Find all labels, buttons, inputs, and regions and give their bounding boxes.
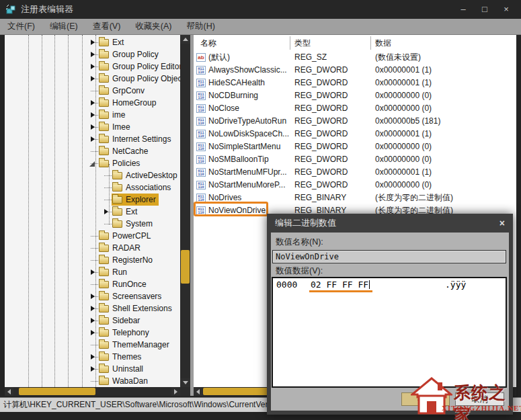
folder-icon [99,378,109,385]
scroll-left-button[interactable] [194,387,202,396]
expand-arrow-icon[interactable] [91,40,95,45]
expand-arrow-icon[interactable] [91,112,95,118]
tree-item-activedesktop[interactable]: ActiveDesktop [5,169,180,181]
binary-value-icon [196,66,206,75]
value-row[interactable]: NoStartMenuMoreP...REG_DWORD0x00000000 (… [194,179,516,192]
tree-item-thememanager[interactable]: ThemeManager [5,339,180,351]
collapse-arrow-icon[interactable] [89,161,95,167]
column-header-type[interactable]: 类型 [294,35,311,51]
value-row[interactable]: HideSCAHealthREG_DWORD0x00000001 (1) [194,77,516,89]
tree-item-homegroup[interactable]: HomeGroup [5,97,180,109]
expand-arrow-icon[interactable] [91,366,95,372]
maximize-button[interactable]: □ [474,0,495,19]
tree-item-sidebar[interactable]: Sidebar [5,314,180,327]
menu-file[interactable]: 文件(F) [0,21,42,32]
expand-arrow-icon[interactable] [91,269,95,275]
hex-offset: 0000 [276,280,297,290]
tree-item-group-policy[interactable]: Group Policy [5,48,180,60]
value-row[interactable]: NoStartMenuMFUpr...REG_DWORD0x00000001 (… [194,166,516,179]
tree-item-associations[interactable]: Associations [5,181,180,194]
scroll-right-button[interactable] [171,387,180,396]
expand-arrow-icon[interactable] [91,76,95,81]
binary-value-icon [196,181,206,190]
dialog-close-icon[interactable]: × [499,218,505,228]
expand-arrow-icon[interactable] [91,64,95,69]
menu-favorites[interactable]: 收藏夹(A) [128,21,179,32]
tree-item-netcache[interactable]: NetCache [5,145,180,157]
column-divider[interactable] [290,36,290,50]
expand-arrow-icon[interactable] [91,136,95,142]
tree-item-registerno[interactable]: RegisterNo [5,254,180,266]
tree-horizontal-scrollbar[interactable] [5,387,180,396]
menu-view[interactable]: 查看(V) [85,21,128,32]
tree-item-imee[interactable]: Imee [5,121,180,133]
tree-vertical-scrollbar[interactable] [180,35,190,387]
list-header: 名称 类型 数据 [194,35,516,51]
folder-icon [99,281,109,288]
tree-item-uninstall[interactable]: Uninstall [5,363,180,375]
ok-button[interactable]: 确定 [401,392,450,406]
expand-arrow-icon[interactable] [91,294,95,299]
expand-arrow-icon[interactable] [91,318,95,323]
tree-item-ext-child[interactable]: Ext [5,206,180,218]
menu-edit[interactable]: 编辑(E) [42,21,85,32]
tree-item-powercpl[interactable]: PowerCPL [5,230,180,242]
close-button[interactable]: × [495,0,517,19]
tree-item-screensavers[interactable]: Screensavers [5,290,180,302]
column-divider[interactable] [370,36,371,50]
tree-item-ime[interactable]: ime [5,109,180,121]
expand-arrow-icon[interactable] [91,354,95,360]
expand-arrow-icon[interactable] [104,209,108,214]
tree-item-group-policy-objects[interactable]: Group Policy Objec [5,73,180,85]
column-header-data[interactable]: 数据 [375,35,391,51]
tree-item-group-policy-editor[interactable]: Group Policy Editor [5,60,180,73]
tree-item-radar[interactable]: RADAR [5,242,180,254]
title-bar: 注册表编辑器 – □ × [0,0,521,19]
folder-icon [99,233,109,240]
folder-icon [112,208,122,216]
expand-arrow-icon[interactable] [91,52,95,57]
tree-item-policies[interactable]: Policies [5,157,180,169]
value-row-default[interactable]: (默认)REG_SZ(数值未设置) [194,51,516,64]
expand-arrow-icon[interactable] [91,306,95,311]
folder-icon [99,63,109,71]
value-row[interactable]: NoCloseREG_DWORD0x00000000 (0) [194,102,516,115]
folder-icon [112,220,122,228]
value-row[interactable]: NoSimpleStartMenuREG_DWORD0x00000000 (0) [194,140,516,153]
tree-item-telephony[interactable]: Telephony [5,327,180,339]
tree-item-system[interactable]: System [5,218,180,230]
tree-item-wabadan[interactable]: WabaDan [5,375,180,387]
value-row[interactable]: NoDriveTypeAutoRunREG_DWORD0x000000b5 (1… [194,115,516,128]
tree-item-grpconv[interactable]: GrpConv [5,85,180,97]
scroll-up-button[interactable] [180,35,190,44]
value-row[interactable]: NoSMBalloonTipREG_DWORD0x00000000 (0) [194,153,516,166]
hex-editor-area[interactable]: 0000 02 FF FF FF .ÿÿÿ [272,277,507,388]
tree-item-run[interactable]: Run [5,266,180,278]
annotation-highlight-box [194,202,268,216]
tree-item-internet-settings[interactable]: Internet Settings [5,133,180,145]
vertical-scroll-thumb[interactable] [181,250,190,284]
minimize-button[interactable]: – [452,0,474,19]
horizontal-scroll-thumb[interactable] [19,388,95,395]
folder-icon [99,341,109,349]
registry-editor-window: 注册表编辑器 – □ × 文件(F) 编辑(E) 查看(V) 收藏夹(A) 帮助… [0,0,521,420]
value-row[interactable]: AlwaysShowClassic...REG_DWORD0x00000001 … [194,64,516,77]
cancel-button[interactable]: 取消 [455,392,504,406]
menu-help[interactable]: 帮助(H) [179,21,222,32]
value-row[interactable]: NoLowDiskSpaceCh...REG_DWORD0x00000001 (… [194,128,516,140]
scroll-down-button[interactable] [180,378,190,387]
expand-arrow-icon[interactable] [91,124,95,130]
tree-item-themes[interactable]: Themes [5,351,180,363]
tree-item-explorer-selected[interactable]: Explorer [5,194,180,206]
tree-item-ext[interactable]: Ext [5,36,180,48]
tree-item-runonce[interactable]: RunOnce [5,278,180,290]
value-row[interactable]: NoCDBurningREG_DWORD0x00000000 (0) [194,89,516,102]
expand-arrow-icon[interactable] [91,330,95,335]
tree-item-shell-extensions[interactable]: Shell Extensions [5,302,180,314]
column-header-name[interactable]: 名称 [200,35,216,51]
value-name-field[interactable]: NoViewOnDrive [272,250,506,263]
scroll-left-button[interactable] [5,387,13,396]
hex-bytes[interactable]: 02 FF FF FF [311,280,370,290]
binary-value-icon [196,104,206,113]
expand-arrow-icon[interactable] [91,100,95,106]
